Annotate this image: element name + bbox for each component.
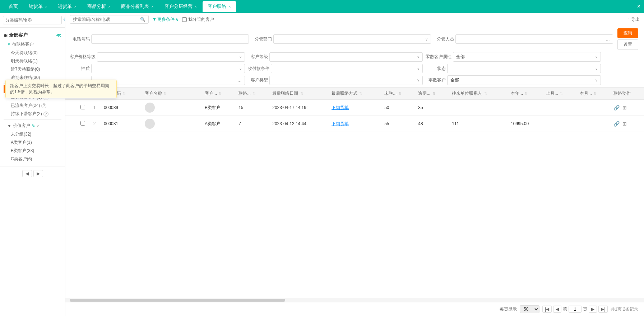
sidebar-next-btn[interactable]: ▶	[33, 170, 43, 177]
next-page-btn[interactable]: ▶	[589, 306, 597, 313]
row-contact: 7	[235, 116, 269, 132]
col-last-month[interactable]: 上月... ⇅	[542, 88, 576, 100]
input-phone[interactable]	[91, 34, 249, 44]
filter-retail-attr: 零散客户属性 全部 ∨	[426, 52, 601, 62]
sidebar-item-already-lost[interactable]: 已流失客户(24) ?	[4, 102, 61, 110]
filter-phone: 电话号码	[70, 34, 249, 44]
more-icon[interactable]: ⊞	[622, 105, 627, 110]
row-last-method[interactable]: 下销货单	[328, 100, 381, 116]
sidebar-item-c-class[interactable]: C类客户(6)	[4, 155, 61, 163]
sidebar: 🔍 ⊞ 全部客户 ≪ ▼ 待联络客户 今天待联络(0) 明天待联络(1) 近7天…	[0, 13, 65, 316]
prev-page-btn[interactable]: ◀	[553, 306, 561, 313]
tab-home[interactable]: 首页	[4, 1, 23, 12]
tab-sales-order[interactable]: 销货单 ×	[24, 1, 52, 12]
chevron-down-icon: ∨	[595, 67, 598, 71]
sidebar-group-pending[interactable]: ▼ 待联络客户	[4, 40, 61, 49]
sidebar-item-unclassified[interactable]: 未分组(32)	[4, 130, 61, 138]
page-label: 第	[563, 306, 567, 312]
input-price-level[interactable]: ∨	[97, 52, 245, 62]
tab-product-analysis-list[interactable]: 商品分析列表 ×	[116, 1, 158, 12]
col-this-month[interactable]: 本月... ⇅	[576, 88, 610, 100]
export-button[interactable]: ↑ 导出	[628, 16, 640, 23]
col-last-method[interactable]: 最后联络方式 ⇅	[328, 88, 381, 100]
chevron-down-icon: ∨	[417, 67, 420, 71]
input-customer-type[interactable]: ∨	[269, 76, 423, 85]
row-last-method[interactable]: 下销货单	[328, 116, 381, 132]
scroll-thumb[interactable]	[70, 299, 285, 302]
horizontal-scrollbar[interactable]	[65, 298, 644, 302]
col-type[interactable]: 客户... ⇅	[201, 88, 235, 100]
col-this-year[interactable]: 本年... ⇅	[507, 88, 542, 100]
close-icon[interactable]: ×	[195, 4, 197, 9]
more-conditions-btn[interactable]: ▼ 更多条件 ∧	[152, 16, 179, 23]
chevron-down-icon: ∨	[425, 37, 428, 41]
filter-status: 状态 ∨	[426, 64, 601, 73]
input-nature[interactable]: ∨	[91, 64, 245, 73]
tab-customer-tier[interactable]: 客户分层经营 ×	[159, 1, 202, 12]
sidebar-item-7days[interactable]: 近7天待联络(0)	[4, 65, 61, 74]
sidebar-prev-btn[interactable]: ◀	[22, 170, 32, 177]
sort-icon: ⇅	[123, 91, 126, 95]
page-input[interactable]	[569, 306, 582, 313]
close-icon[interactable]: ×	[151, 4, 153, 9]
edit-icon[interactable]: ✎	[32, 123, 35, 128]
sidebar-item-a-class[interactable]: A类客户(1)	[4, 138, 61, 147]
close-icon[interactable]: ×	[228, 4, 231, 9]
per-page-select[interactable]: 50 100 200	[520, 305, 539, 313]
close-all-button[interactable]: ×	[637, 3, 640, 10]
input-retail-customer[interactable]: 全部 ∨	[447, 75, 601, 85]
search-input[interactable]	[73, 17, 139, 22]
table-row: 2 000031 A类客户 7 2023-04-12 14:44: 下销货单 5…	[65, 116, 644, 132]
filter-price-level: 客户价格等级 ∨	[70, 52, 245, 62]
input-dept[interactable]: ∨	[273, 34, 431, 44]
input-person[interactable]: …	[455, 34, 613, 44]
sidebar-item-today[interactable]: 今天待联络(0)	[4, 49, 61, 57]
close-icon[interactable]: ×	[45, 4, 47, 9]
row-last-date: 2023-04-17 14:19:	[269, 100, 328, 116]
col-unread[interactable]: 未联... ⇅	[381, 88, 414, 100]
tab-product-analysis[interactable]: 商品分析 ×	[82, 1, 115, 12]
table-header-row: ⚙ 客户编码 ⇅ 客户名称 ⇅	[65, 88, 644, 100]
chevron-down-icon: ∨	[239, 67, 242, 71]
first-page-btn[interactable]: |◀	[542, 306, 552, 313]
row-checkbox[interactable]	[80, 121, 85, 126]
sort-icon: ⇅	[525, 91, 528, 95]
col-contact[interactable]: 联络... ⇅	[235, 88, 269, 100]
close-icon[interactable]: ×	[74, 4, 76, 9]
sidebar-item-tomorrow[interactable]: 明天待联络(1)	[4, 57, 61, 65]
input-payment[interactable]: ∨	[271, 64, 423, 73]
search-icon[interactable]: 🔍	[140, 17, 145, 22]
table-area: ⚙ 客户编码 ⇅ 客户名称 ⇅	[65, 88, 644, 298]
mine-checkbox[interactable]	[182, 17, 187, 22]
input-customer-level[interactable]: ∨	[269, 52, 423, 62]
input-status[interactable]: ∨	[447, 64, 601, 73]
sidebar-item-declining[interactable]: 持续下滑客户(2) ?	[4, 110, 61, 118]
col-action: 联络动作	[610, 88, 644, 100]
col-contacts[interactable]: 往来单位联系人 ⇅	[448, 88, 507, 100]
sort-icon: ⇅	[300, 91, 303, 95]
setting-button[interactable]: 设置	[617, 39, 638, 50]
row-checkbox[interactable]	[80, 105, 85, 109]
mine-filter[interactable]: 我分管的客户	[182, 16, 214, 23]
query-button[interactable]: 查询	[617, 28, 638, 38]
input-retail-attr[interactable]: 全部 ∨	[453, 52, 601, 62]
tab-purchase-order[interactable]: 进货单 ×	[53, 1, 81, 12]
label-dept: 分管部门	[252, 36, 272, 42]
tab-customer-contact[interactable]: 客户联络 ×	[203, 1, 236, 12]
sidebar-group-value[interactable]: ▼ 价值客户 ✎ ✓	[4, 121, 61, 130]
sidebar-all-customers[interactable]: ⊞ 全部客户 ≪	[4, 30, 61, 40]
more-icon[interactable]: ⊞	[622, 121, 627, 127]
sidebar-search-input[interactable]	[3, 16, 62, 24]
row-actions: 🔗 ⊞	[610, 116, 644, 132]
last-page-btn[interactable]: ▶|	[598, 306, 608, 313]
contact-icon[interactable]: 🔗	[613, 121, 620, 127]
contact-icon[interactable]: 🔗	[613, 105, 620, 110]
row-contacts: 111	[448, 116, 507, 132]
row-this-year: 10995.00	[507, 116, 542, 132]
col-name[interactable]: 客户名称 ⇅	[141, 88, 201, 100]
col-last-date[interactable]: 最后联络日期 ⇅	[269, 88, 328, 100]
col-overdue[interactable]: 逾期... ⇅	[414, 88, 448, 100]
sidebar-item-b-class[interactable]: B类客户(33)	[4, 147, 61, 155]
fold-icon[interactable]: ≪	[56, 32, 61, 38]
close-icon[interactable]: ×	[108, 4, 110, 9]
